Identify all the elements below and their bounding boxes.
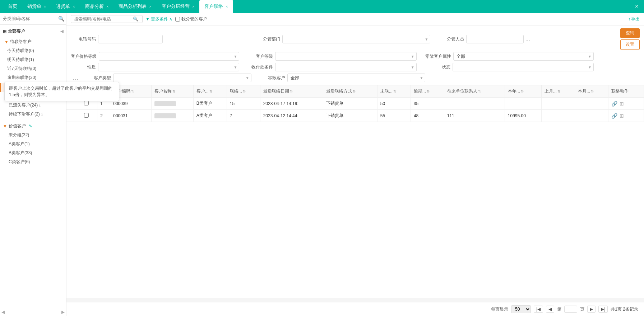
more-conditions-btn[interactable]: ▼ 更多条件 ∧ (145, 16, 172, 22)
phone-input[interactable] (98, 35, 163, 43)
row1-method-link[interactable]: 下销货单 (326, 101, 343, 106)
table-body: 1 000039 B类客户 15 2023-04-17 14:19: 下销货单 … (66, 98, 644, 122)
row1-last-month (541, 98, 575, 110)
customer-type-field: 客户类型 ▼ (86, 74, 251, 82)
row2-grid-icon[interactable]: ⊞ (620, 113, 624, 119)
status-select[interactable] (453, 63, 594, 71)
settings-button[interactable]: 设置 (620, 39, 640, 50)
nav-product-analysis-close[interactable]: × (106, 0, 108, 13)
sort-icon-year[interactable]: ⇅ (521, 89, 524, 93)
sidebar-value-header[interactable]: ▼ 价值客户 ✎ (0, 122, 66, 131)
sidebar-item-b-class[interactable]: B类客户(33) (0, 148, 66, 157)
export-button[interactable]: ↑ 导出 (628, 16, 640, 22)
adv-filter-row-3: 性质 ▼ 收付款条件 ▼ (71, 63, 640, 71)
nav-customer-contact-close[interactable]: × (226, 0, 228, 13)
dept-select[interactable] (282, 35, 431, 43)
first-page-btn[interactable]: |◀ (534, 306, 543, 313)
customer-price-select[interactable] (99, 52, 239, 61)
sidebar-search-icon[interactable]: 🔍 (58, 16, 64, 22)
arrow-down-icon: ▼ (4, 39, 9, 44)
sidebar-item-declining[interactable]: 持续下滑客户(2) ℹ (0, 110, 66, 119)
customer-price-select-wrap: ▼ (99, 52, 239, 61)
row2-settings (66, 110, 81, 122)
sidebar-search-input[interactable] (3, 16, 57, 21)
sidebar-item-7days[interactable]: 近7天待联络(0) (0, 64, 66, 73)
sort-icon-not-contacted[interactable]: ⇅ (393, 89, 396, 93)
sidebar-item-today[interactable]: 今天待联络(0) (0, 46, 66, 55)
row2-method-link[interactable]: 下销货单 (326, 113, 343, 118)
sidebar-item-c-class[interactable]: C类客户(6) (0, 157, 66, 166)
gender-select[interactable] (98, 63, 239, 71)
nav-product-analysis[interactable]: 商品分析 × (80, 0, 113, 13)
last-page-btn[interactable]: ▶| (598, 306, 608, 313)
row4-more-dots[interactable]: … (71, 74, 80, 82)
my-customer-checkbox[interactable] (175, 17, 180, 22)
customer-type-select[interactable] (113, 74, 251, 82)
sidebar-item-lost[interactable]: 已流失客户(24) ℹ (0, 101, 66, 110)
row1-select-checkbox[interactable] (84, 101, 89, 105)
row2-name-blurred (154, 113, 176, 118)
sidebar-all-customers[interactable]: ⊞ 全部客户 ◀ (0, 26, 66, 37)
sort-icon-overdue[interactable]: ⇅ (427, 89, 430, 93)
row2-seq: 2 (97, 110, 110, 122)
edit-icon[interactable]: ✎ (29, 124, 32, 129)
sort-icon-contact[interactable]: ⇅ (243, 89, 246, 93)
row1-current-month (575, 98, 608, 110)
filter-search-icon[interactable]: 🔍 (133, 16, 138, 22)
horizontal-scrollbar[interactable] (66, 298, 644, 302)
customer-level-select[interactable] (275, 52, 416, 61)
status-field: 状态 ▼ (425, 63, 594, 71)
nav-purchase-order-close[interactable]: × (73, 0, 75, 13)
adv-filter-row-2: 客户价格等级 ▼ 客户等级 ▼ (71, 52, 640, 61)
nav-product-analysis-list-close[interactable]: × (149, 0, 151, 13)
next-page-btn[interactable]: ▶ (587, 306, 596, 313)
page-size-select[interactable]: 20 50 100 200 (511, 305, 531, 313)
nav-customer-contact[interactable]: 客户联络 × (199, 0, 233, 13)
nav-customer-tier[interactable]: 客户分层经营 × (157, 0, 199, 13)
sidebar-collapse-btn[interactable]: ◀ (60, 29, 63, 34)
sort-icon-lmonth[interactable]: ⇅ (557, 89, 560, 93)
sidebar-item-a-class[interactable]: A类客户(1) (0, 140, 66, 148)
sidebar-item-tomorrow[interactable]: 明天待联络(1) (0, 55, 66, 64)
adv-filter-row-1: 电话号码 分管部门 ▼ 分管人员 … (71, 28, 640, 50)
customer-price-label: 客户价格等级 (71, 53, 97, 60)
sort-icon-date[interactable]: ⇅ (290, 89, 293, 93)
sidebar-item-overdue[interactable]: 逾期未联络(30) (0, 73, 66, 82)
sidebar-right-arrow[interactable]: ▶ (61, 310, 65, 315)
filter-search-box: 🔍 (71, 15, 143, 23)
row1-grid-icon[interactable]: ⊞ (620, 101, 624, 107)
nav-sales-order-close[interactable]: × (44, 0, 46, 13)
sort-icon-type[interactable]: ⇅ (209, 89, 212, 93)
nav-customer-tier-close[interactable]: × (192, 0, 194, 13)
window-close-button[interactable]: × (632, 3, 641, 10)
sidebar-pending-header[interactable]: ▼ 待联络客户 (0, 37, 66, 46)
col-last-contact-method: 最后联络方式 ⇅ (323, 85, 377, 98)
retail-attr-select[interactable]: 全部 (453, 52, 594, 61)
gender-select-wrap: ▼ (98, 63, 239, 71)
row2-link-icon[interactable]: 🔗 (611, 113, 617, 119)
sort-icon-method[interactable]: ⇅ (353, 89, 356, 93)
sidebar-value-group: ▼ 价值客户 ✎ 未分组(32) A类客户(1) B类客户(33) C类客户(6… (0, 122, 66, 166)
row2-customer-name (151, 110, 193, 122)
nav-home[interactable]: 首页 (3, 0, 22, 13)
sidebar-item-ungrouped[interactable]: 未分组(32) (0, 131, 66, 140)
prev-page-btn[interactable]: ◀ (546, 306, 554, 313)
row2-overdue: 48 (411, 110, 444, 122)
nav-sales-order[interactable]: 销货单 × (22, 0, 51, 13)
sort-icon-name[interactable]: ⇅ (172, 89, 175, 93)
page-number-input[interactable]: 1 (564, 306, 577, 313)
search-input[interactable] (74, 16, 131, 22)
sort-icon-unit[interactable]: ⇅ (478, 89, 481, 93)
query-button[interactable]: 查询 (620, 28, 640, 38)
retail-customer-select[interactable]: 全部 (287, 74, 426, 82)
manager-more-dots[interactable]: … (524, 36, 532, 42)
sort-icon-code[interactable]: ⇅ (131, 89, 134, 93)
nav-product-analysis-list[interactable]: 商品分析列表 × (113, 0, 156, 13)
row1-link-icon[interactable]: 🔗 (611, 101, 617, 107)
nav-purchase-order[interactable]: 进货单 × (51, 0, 80, 13)
sort-icon-cmonth[interactable]: ⇅ (591, 89, 594, 93)
sidebar-left-arrow[interactable]: ◀ (1, 310, 5, 315)
manager-input[interactable] (466, 35, 524, 43)
row2-select-checkbox[interactable] (84, 113, 89, 118)
payment-select[interactable] (275, 63, 416, 71)
